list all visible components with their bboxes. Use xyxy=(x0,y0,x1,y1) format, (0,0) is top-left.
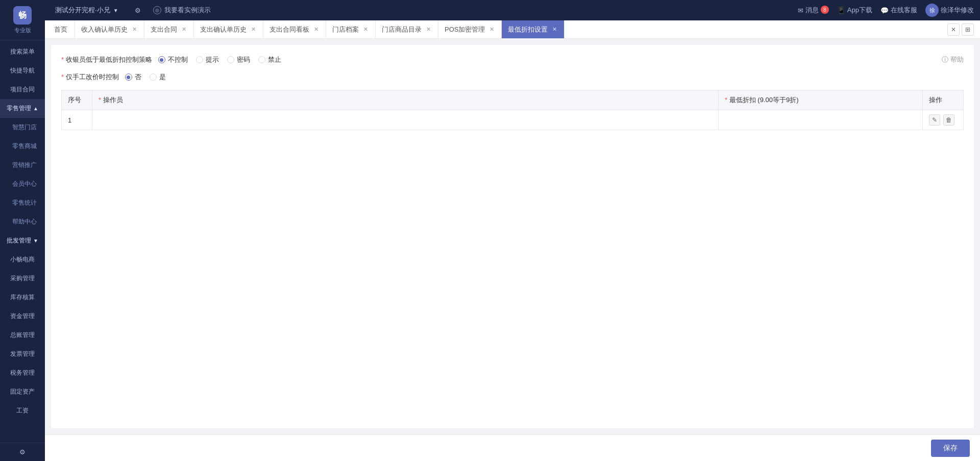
policy-remind[interactable]: 提示 xyxy=(196,55,219,64)
tabs-actions: ✕ ⊞ xyxy=(943,23,978,36)
manual-yes[interactable]: 是 xyxy=(150,72,166,82)
close-payment-confirm[interactable]: ✕ xyxy=(250,26,257,33)
message-button[interactable]: ✉ 消息 8 xyxy=(798,6,829,15)
policy-form-row: * 收银员低于最低折扣控制策略 不控制 提示 密码 xyxy=(61,55,964,64)
content-area: ⓘ 帮助 * 收银员低于最低折扣控制策略 不控制 提示 xyxy=(45,39,980,434)
sidebar: 畅 专业版 搜索菜单 快捷导航 项目合同 零售管理 ▲ 智慧门店 零售商城 营销… xyxy=(0,0,45,461)
app-download-button[interactable]: 📱 App下载 xyxy=(837,6,872,15)
project-dropdown-icon: ▼ xyxy=(113,8,118,13)
demo-link[interactable]: ◎ 我要看实例演示 xyxy=(153,6,211,15)
demo-icon: ◎ xyxy=(153,6,161,14)
col-header-seq: 序号 xyxy=(62,90,92,110)
tab-payment-contract[interactable]: 支出合同 ✕ xyxy=(144,20,194,39)
sidebar-item-capital[interactable]: 资金管理 xyxy=(0,307,45,326)
sidebar-item-smart-store[interactable]: 智慧门店 xyxy=(0,118,45,137)
user-menu[interactable]: 徐 徐泽华修改 xyxy=(925,4,974,17)
policy-forbid[interactable]: 禁止 xyxy=(258,55,281,64)
tab-pos-secret[interactable]: POS加密管理 ✕ xyxy=(438,20,502,39)
sidebar-item-tax[interactable]: 税务管理 xyxy=(0,363,45,382)
expand-tab-button[interactable]: ⊞ xyxy=(962,23,974,36)
policy-radio-group: 不控制 提示 密码 禁止 xyxy=(158,55,281,64)
edit-row-button[interactable]: ✎ xyxy=(929,114,940,126)
close-store-goods[interactable]: ✕ xyxy=(425,26,432,33)
radio-no-control-circle xyxy=(158,56,165,63)
manual-radio-group: 否 是 xyxy=(125,72,166,82)
service-icon: 💬 xyxy=(880,7,889,14)
policy-label: * 收银员低于最低折扣控制策略 xyxy=(61,55,152,64)
close-store-file[interactable]: ✕ xyxy=(362,26,369,33)
sidebar-settings[interactable]: ⚙ xyxy=(0,443,45,461)
tab-home[interactable]: 首页 xyxy=(47,20,75,39)
settings-icon: ⚙ xyxy=(19,448,26,456)
tab-min-discount[interactable]: 最低折扣设置 ✕ xyxy=(502,20,565,39)
tab-store-goods[interactable]: 门店商品目录 ✕ xyxy=(376,20,438,39)
delete-row-button[interactable]: 🗑 xyxy=(943,114,954,126)
close-payment-contract[interactable]: ✕ xyxy=(180,26,187,33)
bottom-bar: 保存 xyxy=(45,434,980,461)
sidebar-item-online-store[interactable]: 零售商城 xyxy=(0,137,45,156)
user-avatar: 徐 xyxy=(925,4,939,17)
sidebar-item-wholesale[interactable]: 批发管理 ▼ xyxy=(0,231,45,250)
close-tab-button[interactable]: ✕ xyxy=(947,23,960,36)
sidebar-item-retail-stats[interactable]: 零售统计 xyxy=(0,193,45,212)
sidebar-item-invoice[interactable]: 发票管理 xyxy=(0,345,45,363)
sidebar-item-marketing[interactable]: 营销推广 xyxy=(0,156,45,175)
edit-icon: ✎ xyxy=(932,116,937,124)
sidebar-item-search[interactable]: 搜索菜单 xyxy=(0,42,45,61)
sidebar-item-member[interactable]: 会员中心 xyxy=(0,175,45,193)
radio-password-circle xyxy=(227,56,234,63)
close-min-discount[interactable]: ✕ xyxy=(551,26,558,33)
app-edition: 专业版 xyxy=(14,27,31,34)
table-row: 1 ✎ 🗑 xyxy=(62,110,964,130)
sidebar-item-purchase[interactable]: 采购管理 xyxy=(0,269,45,288)
delete-icon: 🗑 xyxy=(946,116,952,124)
tab-store-file[interactable]: 门店档案 ✕ xyxy=(326,20,376,39)
sidebar-item-account[interactable]: 总账管理 xyxy=(0,326,45,345)
discount-table: 序号 * 操作员 * 最低折扣 (9.00等于9折) 操作 xyxy=(61,90,964,130)
app-logo: 畅 专业版 xyxy=(0,0,45,40)
policy-no-control[interactable]: 不控制 xyxy=(158,55,188,64)
help-icon: ⓘ xyxy=(942,55,948,64)
tab-payment-confirm[interactable]: 支出确认单历史 ✕ xyxy=(194,20,263,39)
close-payment-board[interactable]: ✕ xyxy=(312,26,320,33)
policy-password[interactable]: 密码 xyxy=(227,55,250,64)
save-button[interactable]: 保存 xyxy=(931,440,970,457)
close-income-confirm[interactable]: ✕ xyxy=(131,26,138,33)
online-service-button[interactable]: 💬 在线客服 xyxy=(880,6,917,15)
cell-operator xyxy=(92,110,719,130)
close-pos-secret[interactable]: ✕ xyxy=(488,26,495,33)
sidebar-item-inventory[interactable]: 库存核算 xyxy=(0,288,45,307)
main-area: 测试分开完程·小兄 ▼ ⚙ ◎ 我要看实例演示 ✉ 消息 8 📱 App下载 💬… xyxy=(45,0,980,461)
cell-discount xyxy=(719,110,923,130)
topbar: 测试分开完程·小兄 ▼ ⚙ ◎ 我要看实例演示 ✉ 消息 8 📱 App下载 💬… xyxy=(45,0,980,20)
manual-label: * 仅手工改价时控制 xyxy=(61,72,119,82)
col-header-actions: 操作 xyxy=(923,90,964,110)
col-header-operator: * 操作员 xyxy=(92,90,719,110)
radio-manual-no-circle xyxy=(125,74,132,81)
sidebar-item-help[interactable]: 帮助中心 xyxy=(0,212,45,231)
topbar-settings-button[interactable]: ⚙ xyxy=(131,3,145,17)
sidebar-item-ecommerce[interactable]: 小畅电商 xyxy=(0,250,45,269)
project-name: 测试分开完程·小兄 xyxy=(55,6,110,15)
manual-no[interactable]: 否 xyxy=(125,72,141,82)
project-selector[interactable]: 测试分开完程·小兄 ▼ xyxy=(51,4,122,17)
radio-manual-yes-circle xyxy=(150,74,157,81)
tab-income-confirm[interactable]: 收入确认单历史 ✕ xyxy=(75,20,144,39)
row-actions: ✎ 🗑 xyxy=(929,114,957,126)
logo-icon: 畅 xyxy=(13,6,32,25)
radio-remind-circle xyxy=(196,56,203,63)
topbar-right: ✉ 消息 8 📱 App下载 💬 在线客服 徐 徐泽华修改 xyxy=(798,4,974,17)
tab-payment-board[interactable]: 支出合同看板 ✕ xyxy=(263,20,326,39)
message-badge: 8 xyxy=(821,6,829,14)
sidebar-item-retail[interactable]: 零售管理 ▲ xyxy=(0,99,45,118)
sidebar-item-quicknav[interactable]: 快捷导航 xyxy=(0,61,45,80)
wholesale-arrow-icon: ▼ xyxy=(33,238,38,244)
sidebar-item-fixed-assets[interactable]: 固定资产 xyxy=(0,382,45,401)
page-card: ⓘ 帮助 * 收银员低于最低折扣控制策略 不控制 提示 xyxy=(51,45,974,428)
retail-arrow-icon: ▲ xyxy=(33,106,38,111)
sidebar-item-contract[interactable]: 项目合同 xyxy=(0,80,45,99)
help-button[interactable]: ⓘ 帮助 xyxy=(942,55,964,64)
tabs-bar: 首页 收入确认单历史 ✕ 支出合同 ✕ 支出确认单历史 ✕ 支出合同看板 ✕ 门… xyxy=(45,20,980,39)
sidebar-item-payroll[interactable]: 工资 xyxy=(0,401,45,420)
gear-icon: ⚙ xyxy=(135,7,141,14)
